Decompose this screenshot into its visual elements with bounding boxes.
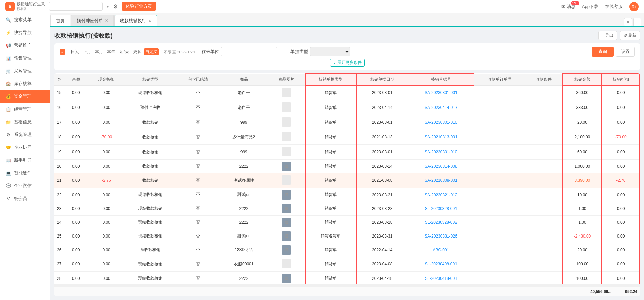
tab-home[interactable]: 首页 — [50, 15, 70, 26]
date-option-this-month[interactable]: 本月 — [94, 48, 104, 55]
refresh-icon: ↺ — [624, 33, 627, 38]
online-service-btn[interactable]: 在线客服 — [605, 4, 623, 10]
filter-toggle-btn[interactable]: » — [60, 49, 65, 55]
cell-write-off-type: 现结收款核销 — [125, 215, 176, 229]
doc-no-link[interactable]: SA-20230414-017 — [425, 105, 457, 110]
message-btn[interactable]: ✉ 消息 99+ — [561, 4, 575, 10]
date-range-text: 不限 至 2023-07-26 — [164, 50, 196, 55]
settings-icon[interactable]: ⚙ — [113, 3, 118, 10]
cell-write-off-amount: 100.00 — [562, 257, 602, 271]
sidebar-item-nav[interactable]: ⚡ 快捷导航 — [0, 26, 50, 39]
sidebar-item-guide[interactable]: 📖 新手引导 — [0, 154, 50, 167]
doc-no-link[interactable]: SA-20230301-001 — [425, 90, 457, 95]
doc-no-link[interactable]: SA-20230301-010 — [425, 149, 457, 154]
sidebar-item-wechat[interactable]: 💬 企业微信 — [0, 179, 50, 192]
logo-version: 标准版 — [17, 7, 45, 11]
tab-write-off-close[interactable]: ✕ — [148, 19, 151, 23]
refresh-btn[interactable]: ↺ 刷新 — [620, 31, 640, 40]
tab-prepay[interactable]: 预付冲应付单 ✕ — [71, 15, 114, 26]
doc-no-link[interactable]: SA-20210808-001 — [425, 178, 457, 183]
tab-close-btn[interactable]: ✕ — [624, 18, 632, 26]
cell-id: 24 — [54, 215, 64, 229]
footer-amount-value: 40,556,66... — [590, 289, 611, 294]
date-option-7days[interactable]: 近7天 — [118, 48, 131, 55]
sidebar-item-inventory[interactable]: 🏠 库存核算 — [0, 77, 50, 90]
doc-no-link[interactable]: SL-20230328-001 — [425, 206, 457, 211]
date-option-prev-month[interactable]: 上月 — [82, 48, 92, 55]
partner-dots[interactable]: ... — [279, 49, 285, 54]
top-search-input[interactable] — [49, 2, 103, 11]
cell-write-off-type: 现结收款核销 — [125, 229, 176, 243]
sidebar-label-guide: 新手引导 — [14, 157, 32, 163]
sidebar-item-sales[interactable]: 📊 销售管理 — [0, 52, 50, 65]
sidebar-label-basic: 基础信息 — [14, 119, 32, 125]
doc-no-link[interactable]: SL-20230408-001 — [425, 262, 457, 266]
date-filter-label: 日期 — [71, 49, 79, 55]
doc-no-link[interactable]: SL-20230418-001 — [425, 276, 457, 281]
col-write-off-amount: 核销金额 — [562, 74, 602, 85]
doc-no-link[interactable]: SA-20230321-012 — [425, 192, 457, 197]
query-btn[interactable]: 查询 — [592, 47, 614, 57]
cell-included-settled: 否 — [176, 202, 220, 215]
date-option-more[interactable]: 更多 — [132, 48, 143, 55]
industry-solution-btn[interactable]: 体验行业方案 — [122, 2, 156, 11]
table-wrap[interactable]: ⚙ 余额 现金折扣 核销类型 包含已结清 商品 商品图片 核销单据类型 核销单据… — [54, 73, 640, 284]
chevron-down-icon[interactable]: ▾ — [107, 4, 109, 9]
filter-setting-btn[interactable]: 设置 — [616, 47, 635, 57]
product-thumbnail: 🖼 — [282, 190, 291, 200]
cell-write-off-amount: 1.00 — [562, 215, 602, 229]
guide-icon: 📖 — [5, 158, 11, 163]
cell-write-off-discount: 0.00 — [602, 115, 640, 130]
cell-balance: 0.00 — [64, 257, 88, 271]
sidebar-item-basic[interactable]: 📁 基础信息 — [0, 116, 50, 128]
sidebar-item-marketing[interactable]: 📢 营销推广 — [0, 39, 50, 52]
tab-prepay-close[interactable]: ✕ — [105, 18, 108, 23]
sidebar-item-search[interactable]: 🔍 搜索菜单 — [0, 13, 50, 26]
cell-payment-terms — [525, 173, 563, 188]
voucher-type-select[interactable] — [310, 47, 350, 56]
tab-expand-btn[interactable]: ⛶ — [633, 18, 641, 26]
sidebar-item-hardware[interactable]: 💻 智能硬件 — [0, 167, 50, 179]
cell-write-off-discount: 0.00 — [602, 85, 640, 100]
sidebar-item-system[interactable]: ⚙ 系统管理 — [0, 128, 50, 141]
cell-payment-terms — [525, 85, 563, 100]
cell-doc-type: 销货单 — [305, 115, 357, 130]
cell-cash-discount: 0.00 — [88, 188, 125, 202]
doc-no-link[interactable]: SA-20230331-026 — [425, 234, 457, 239]
cell-id: 17 — [54, 115, 64, 130]
app-logo: 6 畅捷通谱好生意 标准版 — [5, 2, 45, 11]
partner-input[interactable] — [221, 47, 277, 56]
user-avatar[interactable]: Rit — [629, 2, 639, 11]
date-option-this-year[interactable]: 本年 — [106, 48, 116, 55]
date-option-custom[interactable]: 自定义 — [144, 48, 159, 55]
doc-no-link[interactable]: SL-20230328-002 — [425, 220, 457, 225]
product-thumbnail — [282, 147, 291, 156]
operations-icon: 📋 — [5, 107, 11, 112]
app-download-btn[interactable]: App下载 — [582, 4, 598, 10]
doc-no-link[interactable]: SA-20230301-010 — [425, 120, 457, 125]
sidebar-item-purchase[interactable]: 🛒 采购管理 — [0, 65, 50, 77]
expand-conditions-btn[interactable]: ∨ 展开更多条件 — [330, 59, 365, 67]
collab-icon: 🤝 — [5, 145, 11, 150]
cell-doc-type: 销货单 — [305, 188, 357, 202]
cell-write-off-amount: 100.00 — [562, 271, 602, 284]
col-write-off-type: 核销类型 — [125, 74, 176, 85]
doc-no-link[interactable]: SA-20230314-008 — [425, 164, 457, 169]
sidebar-item-operations[interactable]: 📋 经营管理 — [0, 103, 50, 116]
horizontal-scrollbar[interactable] — [54, 284, 640, 287]
col-settings: ⚙ — [54, 74, 64, 85]
col-gear-icon[interactable]: ⚙ — [57, 77, 61, 82]
cell-doc-no: SA-20230414-017 — [408, 100, 474, 115]
cell-doc-date: 2021-08-08 — [357, 173, 408, 188]
doc-no-link[interactable]: SA-20210813-001 — [425, 135, 457, 139]
tab-write-off[interactable]: 收款核销执行 ✕ — [114, 15, 157, 26]
doc-no-link[interactable]: ABC-001 — [433, 248, 449, 252]
cell-doc-date: 2023-03-28 — [357, 202, 408, 215]
sidebar-item-finance[interactable]: 💰 资金管理 — [0, 90, 50, 103]
sidebar-item-member[interactable]: V 畅会员 — [0, 192, 50, 205]
sidebar-item-collab[interactable]: 🤝 企业协同 — [0, 141, 50, 154]
export-btn[interactable]: ↑ 导出 — [598, 31, 617, 40]
filter-partner: 往来单位 ... — [202, 47, 285, 56]
sidebar-label-sales: 销售管理 — [14, 55, 32, 61]
sidebar-label-wechat: 企业微信 — [14, 183, 32, 189]
